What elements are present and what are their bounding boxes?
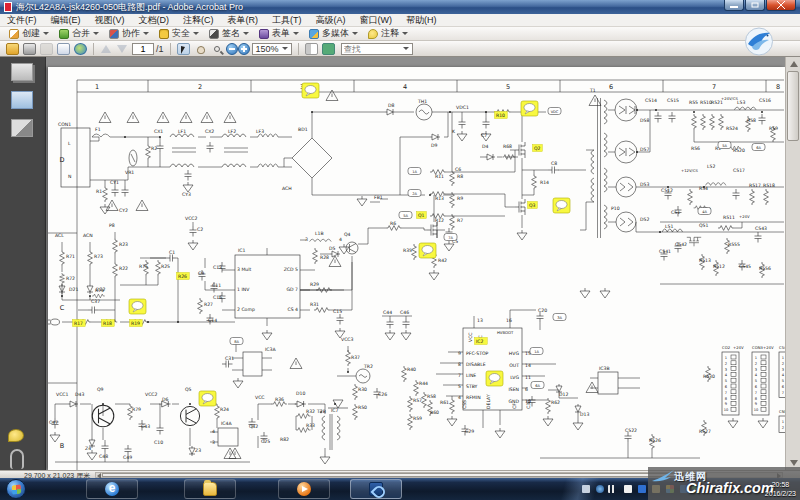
chevron-down-icon: [352, 32, 358, 35]
layers-icon[interactable]: [11, 119, 33, 137]
window-titlebar[interactable]: 海尔L42A8A-jsk4260-050电路图.pdf - Adobe Acro…: [0, 0, 800, 14]
tray-360-icon[interactable]: [596, 485, 604, 493]
menu-document[interactable]: 文档(D): [132, 14, 177, 27]
windows-flag-icon: [12, 484, 22, 494]
chevron-down-icon: [403, 47, 409, 50]
taskbar-clock[interactable]: 20:58 2016/2/23: [765, 480, 796, 498]
zoom-level-select[interactable]: 150%: [252, 43, 292, 55]
task-toolbar: 创建 合并 协作 安全 签名 表单 多媒体 注释: [0, 27, 800, 41]
minimize-button[interactable]: [724, 0, 744, 11]
combine-icon: [59, 29, 69, 39]
watermark-site: Chirafix.com: [686, 480, 774, 496]
watermark-swoosh-icon: [651, 469, 675, 483]
taskbar-ie-button[interactable]: e: [86, 479, 138, 499]
separator: [170, 43, 171, 55]
sign-button[interactable]: 签名: [207, 28, 251, 40]
chevron-down-icon: [143, 32, 149, 35]
close-button[interactable]: [766, 0, 796, 11]
chevron-down-icon: [193, 32, 199, 35]
open-file-button[interactable]: [6, 43, 19, 55]
comment-bubble-icon: [368, 29, 378, 39]
multimedia-icon: [309, 29, 319, 39]
collaborate-button[interactable]: 协作: [107, 28, 151, 40]
email-button[interactable]: [57, 43, 70, 55]
share-button[interactable]: [74, 43, 87, 55]
create-button[interactable]: 创建: [7, 28, 51, 40]
document-area: 12345678DCBCON1LNF1VR1R2CX1LF1CX2LF2LF3B…: [0, 57, 800, 470]
menu-advanced[interactable]: 高级(A): [309, 14, 353, 27]
chevron-down-icon: [243, 32, 249, 35]
page-number-input[interactable]: [132, 43, 154, 55]
clock-date: 2016/2/23: [765, 490, 796, 497]
scroll-down-arrow[interactable]: [790, 460, 798, 466]
media-player-icon: [297, 482, 311, 496]
vertical-scrollbar[interactable]: [785, 57, 800, 470]
scroll-up-arrow[interactable]: [790, 61, 798, 67]
video-app-icon: [369, 482, 383, 496]
tray-image-icon[interactable]: [624, 485, 632, 493]
secure-button[interactable]: 安全: [157, 28, 201, 40]
menu-forms[interactable]: 表单(R): [221, 14, 266, 27]
menu-view[interactable]: 视图(V): [88, 14, 132, 27]
taskbar-explorer-button[interactable]: [184, 479, 236, 499]
pen-icon: [209, 29, 219, 39]
tray-audio-icon[interactable]: [582, 485, 590, 493]
start-button[interactable]: [6, 479, 26, 499]
chevron-down-icon: [282, 47, 288, 50]
desktop: 海尔L42A8A-jsk4260-050电路图.pdf - Adobe Acro…: [0, 0, 800, 500]
chevron-down-icon: [43, 32, 49, 35]
lock-icon: [159, 29, 169, 39]
horizontal-scroll-thumb[interactable]: [102, 473, 682, 477]
window-title: 海尔L42A8A-jsk4260-050电路图.pdf - Adobe Acro…: [16, 1, 243, 14]
separator: [298, 43, 299, 55]
menu-window[interactable]: 窗口(W): [353, 14, 400, 27]
pdf-doc-icon: [4, 2, 12, 12]
menu-edit[interactable]: 编辑(E): [44, 14, 88, 27]
next-page-button[interactable]: [117, 45, 127, 53]
select-tool-button[interactable]: [177, 43, 190, 55]
combine-button[interactable]: 合并: [57, 28, 101, 40]
vertical-scroll-thumb[interactable]: [787, 71, 799, 141]
menu-tools[interactable]: 工具(T): [265, 14, 309, 27]
maximize-button[interactable]: [745, 0, 765, 11]
chevron-down-icon: [93, 32, 99, 35]
collaborate-icon: [109, 29, 119, 39]
hand-tool-button[interactable]: [194, 43, 207, 55]
taskbar-video-app-button[interactable]: [350, 479, 402, 499]
menu-file[interactable]: 文件(F): [0, 14, 44, 27]
marquee-zoom-button[interactable]: [211, 43, 224, 55]
zoom-out-button[interactable]: [226, 43, 238, 55]
multimedia-button[interactable]: 多媒体: [307, 28, 360, 40]
find-box[interactable]: [341, 43, 413, 55]
tile-view-button[interactable]: [305, 43, 318, 55]
taskbar-mediaplayer-button[interactable]: [278, 479, 330, 499]
page-thumbnails-icon[interactable]: [11, 63, 33, 81]
bookmarks-icon[interactable]: [11, 91, 33, 109]
tray-input-indicator-icon[interactable]: [608, 485, 616, 493]
print-button[interactable]: [23, 43, 36, 55]
zoom-in-button[interactable]: [238, 43, 250, 55]
previous-page-button[interactable]: [101, 45, 111, 53]
tray-thunder-icon[interactable]: [638, 485, 646, 493]
menu-help[interactable]: 帮助(H): [399, 14, 444, 27]
folder-icon: [203, 482, 217, 496]
comment-button[interactable]: 注释: [366, 28, 410, 40]
cursor-icon: [181, 46, 185, 54]
internet-explorer-icon: e: [105, 482, 119, 496]
menu-comments[interactable]: 注释(C): [176, 14, 221, 27]
comments-panel-icon[interactable]: [8, 429, 24, 442]
zoom-level-value: 150%: [256, 44, 279, 54]
form-icon: [259, 29, 269, 39]
split-view-button[interactable]: [322, 43, 335, 55]
attachments-paperclip-icon[interactable]: [10, 449, 24, 469]
pdf-page[interactable]: [48, 67, 785, 470]
separator: [93, 43, 94, 55]
hand-icon: [197, 46, 205, 54]
chevron-down-icon: [293, 32, 299, 35]
chevron-down-icon: [402, 32, 408, 35]
save-button[interactable]: [40, 43, 53, 55]
clock-time: 20:58: [772, 481, 790, 488]
plugin-bird-logo[interactable]: [742, 27, 776, 56]
forms-button[interactable]: 表单: [257, 28, 301, 40]
find-input[interactable]: [344, 44, 400, 54]
